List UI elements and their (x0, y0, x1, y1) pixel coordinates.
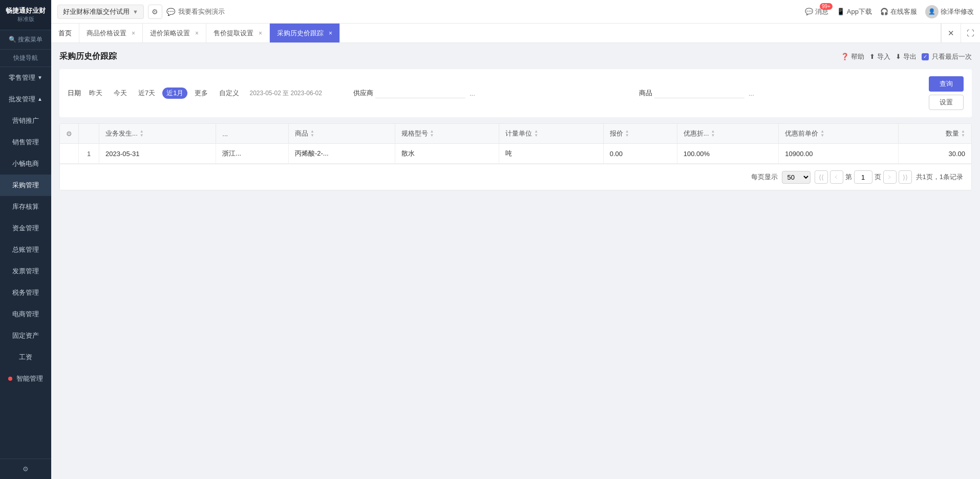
sidebar-item-marketing[interactable]: 营销推广 (0, 110, 51, 132)
goods-more-btn[interactable]: ... (749, 90, 754, 97)
sidebar-item-search[interactable]: 🔍 搜索菜单 (0, 30, 51, 50)
topbar-right: 💬 消息 99+ 📱 App下载 🎧 在线客服 👤 徐泽华修改 (805, 5, 974, 18)
message-icon: 💬 (805, 8, 813, 15)
sidebar-item-payroll[interactable]: 工资 (0, 346, 51, 368)
prev-page-button[interactable]: ﹤ (830, 170, 843, 184)
sidebar-item-tax[interactable]: 税务管理 (0, 282, 51, 303)
last-page-button[interactable]: ⟩⟩ (899, 170, 912, 184)
mobile-icon: 📱 (837, 8, 845, 15)
user-name: 徐泽华修改 (941, 7, 974, 16)
table-row: 1 2023-05-31 浙江... 丙烯酸-2-... 散水 吨 0.00 1… (60, 144, 971, 164)
close-icon[interactable]: × (195, 30, 199, 37)
close-tab-button[interactable]: ✕ (941, 24, 961, 42)
tabbar-controls: ✕ ⛶ (941, 24, 980, 42)
sidebar-item-retail[interactable]: 零售管理 ▼ (0, 67, 51, 89)
online-service-button[interactable]: 🎧 在线客服 (880, 7, 917, 16)
cell-discount: 100.00% (677, 144, 779, 164)
user-menu[interactable]: 👤 徐泽华修改 (925, 5, 974, 18)
message-button[interactable]: 💬 消息 99+ (805, 7, 828, 16)
first-page-button[interactable]: ⟨⟨ (815, 170, 828, 184)
goods-filter: 商品 ... (639, 88, 925, 98)
th-price[interactable]: 报价 ▲▼ (603, 124, 677, 144)
version-selector[interactable]: 好业财标准版交付试用 ▼ (57, 5, 144, 19)
supplier-input[interactable] (375, 88, 465, 98)
data-table: ⚙ 业务发生... ▲▼ ... (59, 123, 972, 190)
tab-home[interactable]: 首页 (51, 24, 79, 42)
demo-button[interactable]: 我要看实例演示 (166, 7, 225, 16)
th-goods[interactable]: 商品 ▲▼ (288, 124, 395, 144)
tabbar: 首页 商品价格设置 × 进价策略设置 × 售价提取设置 × 采购历史价跟踪 × … (51, 24, 980, 43)
cell-pre-discount-price: 10900.00 (779, 144, 898, 164)
date-btn-1month[interactable]: 近1月 (162, 88, 187, 99)
next-page-button[interactable]: ﹥ (883, 170, 897, 184)
export-button[interactable]: ⬇ 导出 (896, 52, 917, 61)
supplier-more-btn[interactable]: ... (470, 90, 475, 97)
cell-price: 0.00 (603, 144, 677, 164)
th-unit[interactable]: 计量单位 ▲▼ (499, 124, 604, 144)
app-download-button[interactable]: 📱 App下载 (837, 7, 872, 16)
date-btn-more[interactable]: 更多 (190, 88, 212, 99)
filter-bar: 日期 昨天 今天 近7天 近1月 更多 自定义 2023-05-02 至 202… (59, 69, 972, 117)
cell-goods: 丙烯酸-2-... (288, 144, 395, 164)
query-button[interactable]: 查询 (929, 76, 964, 92)
close-icon[interactable]: × (259, 30, 262, 37)
tab-purchase-history[interactable]: 采购历史价跟踪 × (270, 24, 340, 42)
settings-icon: ⚙ (152, 8, 158, 16)
only-last-toggle[interactable]: ✓ 只看最后一次 (922, 52, 972, 61)
sidebar-item-invoice[interactable]: 发票管理 (0, 260, 51, 282)
date-range-display: 2023-05-02 至 2023-06-02 (249, 89, 322, 98)
import-icon: ⬆ (869, 53, 875, 60)
page-number-input[interactable] (854, 170, 872, 184)
th-spec[interactable]: 规格型号 ▲▼ (395, 124, 499, 144)
expand-tab-button[interactable]: ⛶ (961, 24, 980, 42)
sidebar-item-finance[interactable]: 资金管理 (0, 217, 51, 239)
help-button[interactable]: ❓ 帮助 (841, 52, 864, 61)
tab-goods-price[interactable]: 商品价格设置 × (79, 24, 143, 42)
close-icon[interactable]: × (132, 30, 135, 37)
sort-icon: ▲▼ (961, 129, 965, 138)
sidebar-item-ecommerce-small[interactable]: 小畅电商 (0, 153, 51, 175)
date-btn-7days[interactable]: 近7天 (134, 88, 159, 99)
per-page-select[interactable]: 50 100 200 (782, 171, 811, 184)
goods-input[interactable] (654, 88, 744, 98)
sidebar-item-fixed-assets[interactable]: 固定资产 (0, 325, 51, 346)
per-page-label: 每页显示 (751, 172, 778, 182)
sidebar-item-inventory[interactable]: 库存核算 (0, 196, 51, 217)
th-date[interactable]: 业务发生... ▲▼ (99, 124, 216, 144)
cell-supplier: 浙江... (216, 144, 289, 164)
close-icon[interactable]: × (329, 30, 332, 37)
sidebar-item-ecommerce[interactable]: 电商管理 (0, 303, 51, 325)
date-btn-custom[interactable]: 自定义 (215, 88, 243, 99)
sidebar-item-sales[interactable]: 销售管理 (0, 132, 51, 153)
date-btn-today[interactable]: 今天 (110, 88, 131, 99)
filter-settings-button[interactable]: 设置 (929, 95, 964, 110)
column-settings-icon[interactable]: ⚙ (66, 130, 72, 138)
goods-label: 商品 (639, 89, 652, 98)
chevron-up-icon: ▲ (37, 96, 42, 102)
tab-pricing-strategy[interactable]: 进价策略设置 × (143, 24, 206, 42)
sort-icon: ▲▼ (820, 129, 824, 138)
headset-icon: 🎧 (880, 8, 888, 15)
sidebar-item-wholesale[interactable]: 批发管理 ▲ (0, 89, 51, 110)
page-title: 采购历史价跟踪 (59, 51, 117, 62)
topbar: 好业财标准版交付试用 ▼ ⚙ 我要看实例演示 💬 消息 99+ 📱 App下载 … (51, 0, 980, 24)
th-extra[interactable]: ... (216, 124, 289, 144)
tab-sale-price[interactable]: 售价提取设置 × (206, 24, 270, 42)
sidebar-item-purchase[interactable]: 采购管理 (0, 175, 51, 196)
sidebar-item-quick-nav[interactable]: 快捷导航 (0, 50, 51, 67)
th-discount[interactable]: 优惠折... ▲▼ (677, 124, 779, 144)
export-icon: ⬇ (896, 53, 901, 60)
topbar-settings-button[interactable]: ⚙ (148, 5, 162, 19)
chevron-down-icon: ▼ (133, 9, 138, 15)
pagination: 每页显示 50 100 200 ⟨⟨ ﹤ 第 页 ﹥ ⟩⟩ 共1页，1条记录 (60, 164, 971, 190)
import-button[interactable]: ⬆ 导入 (869, 52, 890, 61)
sidebar-item-smart-mgmt[interactable]: 智能管理 (0, 368, 51, 389)
sidebar-item-ledger[interactable]: 总账管理 (0, 239, 51, 260)
sort-icon: ▲▼ (430, 129, 434, 138)
supplier-label: 供应商 (353, 89, 373, 98)
th-quantity[interactable]: 数量 ▲▼ (898, 124, 971, 144)
th-pre-discount[interactable]: 优惠前单价 ▲▼ (779, 124, 898, 144)
date-btn-yesterday[interactable]: 昨天 (85, 88, 106, 99)
sidebar-bottom-settings[interactable]: ⚙ (0, 459, 51, 479)
sidebar: 畅捷通好业财 标准版 🔍 搜索菜单 快捷导航 零售管理 ▼ 批发管理 ▲ 营销推… (0, 0, 51, 479)
